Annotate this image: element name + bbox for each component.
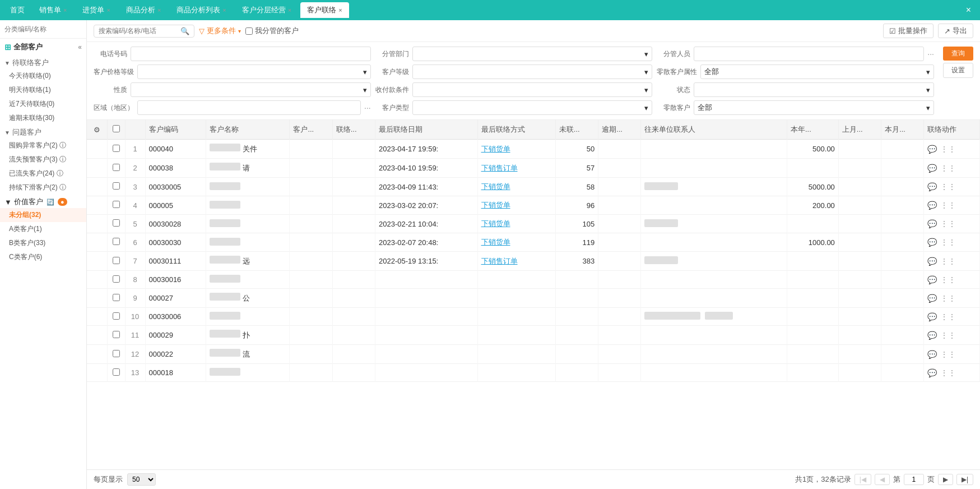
- message-icon[interactable]: 💬: [927, 257, 937, 266]
- more-icon[interactable]: ⋮⋮: [940, 201, 956, 210]
- more-icon[interactable]: ⋮⋮: [940, 294, 956, 303]
- contact-col-header[interactable]: 联络...: [332, 120, 375, 140]
- nav-tab-sales[interactable]: 销售单 ×: [32, 2, 73, 18]
- phone-input[interactable]: [131, 47, 371, 61]
- more-icon[interactable]: ⋮⋮: [940, 238, 956, 247]
- more-icon[interactable]: ⋮⋮: [940, 145, 956, 154]
- sidebar-item-declining[interactable]: 持续下滑客户(2) ⓘ: [0, 181, 86, 195]
- select-all-checkbox[interactable]: [113, 125, 120, 132]
- sidebar-item-class-a[interactable]: A类客户(1): [0, 222, 86, 236]
- check-cell[interactable]: [107, 252, 125, 271]
- sidebar-all-customers[interactable]: ⊞ 全部客户 «: [0, 39, 86, 56]
- sidebar-item-7days[interactable]: 近7天待联络(0): [0, 97, 86, 111]
- reset-button[interactable]: 设置: [943, 63, 973, 78]
- more-icon[interactable]: ⋮⋮: [940, 275, 956, 284]
- retail-select[interactable]: 全部: [694, 100, 934, 115]
- last-method-link[interactable]: 下销货单: [481, 201, 510, 209]
- sidebar-item-today[interactable]: 今天待联络(0): [0, 69, 86, 83]
- row-checkbox[interactable]: [113, 182, 120, 190]
- close-analysis-list-tab[interactable]: ×: [222, 7, 226, 13]
- last-method-cell[interactable]: 下销货单: [477, 140, 555, 159]
- export-btn[interactable]: ↗ 导出: [938, 24, 973, 38]
- customer-level-select[interactable]: [412, 64, 653, 79]
- prev-page-btn[interactable]: ◀: [875, 474, 890, 485]
- more-icon[interactable]: ⋮⋮: [940, 219, 956, 228]
- last-method-cell[interactable]: 下销售订单: [477, 252, 555, 271]
- close-purchase-tab[interactable]: ×: [106, 7, 110, 13]
- row-checkbox[interactable]: [113, 238, 120, 245]
- message-icon[interactable]: 💬: [927, 164, 937, 173]
- more-conditions-btn[interactable]: ▽ 更多条件 ▾: [199, 26, 241, 36]
- manager-select[interactable]: [694, 47, 924, 61]
- this-month-col-header[interactable]: 本月...: [881, 120, 924, 140]
- nav-close-all[interactable]: ×: [962, 5, 976, 15]
- last-method-cell[interactable]: 下销售订单: [477, 159, 555, 178]
- last-method-cell[interactable]: 下销货单: [477, 233, 555, 252]
- settings-col-header[interactable]: ⚙: [87, 120, 107, 140]
- row-checkbox[interactable]: [113, 350, 120, 357]
- sidebar-group-value[interactable]: ▼ 价值客户 🔄 ●: [0, 195, 86, 208]
- name-col-header[interactable]: 客户名称: [206, 120, 289, 140]
- more-icon[interactable]: ⋮⋮: [940, 368, 956, 377]
- check-cell[interactable]: [107, 233, 125, 252]
- last-method-cell[interactable]: [477, 345, 555, 364]
- more-icon[interactable]: ⋮⋮: [940, 312, 956, 321]
- region-select[interactable]: [137, 100, 361, 115]
- last-method-col-header[interactable]: 最后联络方式: [477, 120, 555, 140]
- check-cell[interactable]: [107, 308, 125, 326]
- last-date-col-header[interactable]: 最后联络日期: [375, 120, 477, 140]
- contact-person-col-header[interactable]: 往来单位联系人: [641, 120, 787, 140]
- query-button[interactable]: 查询: [943, 47, 973, 61]
- last-method-cell[interactable]: [477, 271, 555, 289]
- this-year-col-header[interactable]: 本年...: [787, 120, 839, 140]
- more-icon[interactable]: ⋮⋮: [940, 350, 956, 359]
- message-icon[interactable]: 💬: [927, 145, 937, 154]
- last-method-cell[interactable]: 下销货单: [477, 196, 555, 215]
- message-icon[interactable]: 💬: [927, 350, 937, 359]
- message-icon[interactable]: 💬: [927, 294, 937, 303]
- row-checkbox[interactable]: [113, 368, 120, 376]
- sidebar-item-churn-warning[interactable]: 流失预警客户(3) ⓘ: [0, 153, 86, 167]
- nature-select[interactable]: [131, 82, 371, 97]
- per-page-select[interactable]: 50 100: [127, 473, 156, 486]
- close-sales-tab[interactable]: ×: [63, 7, 67, 13]
- row-checkbox[interactable]: [113, 164, 120, 171]
- row-checkbox[interactable]: [113, 201, 120, 208]
- batch-operation-btn[interactable]: ☑ 批量操作: [883, 24, 933, 38]
- check-col-header[interactable]: [107, 120, 125, 140]
- row-checkbox[interactable]: [113, 275, 120, 283]
- check-cell[interactable]: [107, 178, 125, 196]
- check-cell[interactable]: [107, 289, 125, 308]
- sidebar-item-overdue[interactable]: 逾期未联络(30): [0, 111, 86, 125]
- row-checkbox[interactable]: [113, 145, 120, 152]
- more-icon[interactable]: ⋮⋮: [940, 182, 956, 191]
- last-method-cell[interactable]: [477, 308, 555, 326]
- check-cell[interactable]: [107, 215, 125, 233]
- last-month-col-header[interactable]: 上月...: [838, 120, 881, 140]
- close-customer-tier-tab[interactable]: ×: [288, 7, 291, 13]
- not-contacted-col-header[interactable]: 未联...: [555, 120, 598, 140]
- last-method-link[interactable]: 下销货单: [481, 219, 510, 228]
- nav-tab-customer-contact[interactable]: 客户联络 ×: [300, 2, 349, 18]
- last-method-link[interactable]: 下销货单: [481, 182, 510, 191]
- check-cell[interactable]: [107, 364, 125, 382]
- last-method-link[interactable]: 下销货单: [481, 145, 510, 153]
- overdue-col-header[interactable]: 逾期...: [598, 120, 641, 140]
- sidebar-search-input[interactable]: [4, 25, 87, 33]
- last-method-link[interactable]: 下销售订单: [481, 257, 518, 265]
- price-level-select[interactable]: [137, 64, 371, 79]
- message-icon[interactable]: 💬: [927, 182, 937, 191]
- status-select[interactable]: [694, 82, 934, 97]
- check-cell[interactable]: [107, 159, 125, 178]
- check-cell[interactable]: [107, 196, 125, 215]
- close-customer-contact-tab[interactable]: ×: [338, 7, 342, 13]
- check-cell[interactable]: [107, 271, 125, 289]
- sidebar-collapse-btn[interactable]: «: [78, 43, 82, 51]
- last-method-cell[interactable]: [477, 326, 555, 345]
- nav-tab-customer-tier[interactable]: 客户分层经营 ×: [235, 2, 298, 18]
- message-icon[interactable]: 💬: [927, 312, 937, 321]
- page-input[interactable]: [904, 474, 924, 485]
- sidebar-group-problem[interactable]: ▼ 问题客户: [0, 125, 86, 139]
- message-icon[interactable]: 💬: [927, 219, 937, 228]
- next-page-btn[interactable]: ▶: [938, 474, 953, 485]
